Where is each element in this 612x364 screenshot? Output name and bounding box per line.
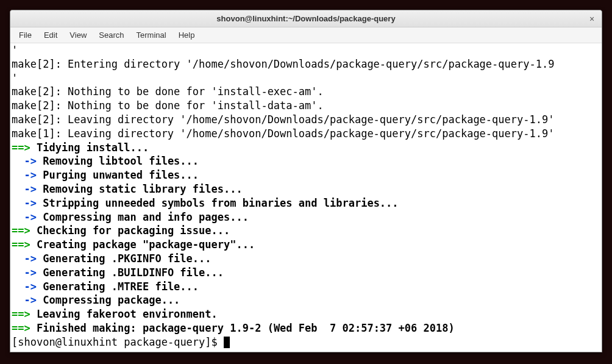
terminal-line: ': [12, 71, 600, 85]
terminal-line: -> Generating .PKGINFO file...: [12, 252, 600, 266]
terminal-msg: Compressing man and info pages...: [37, 211, 249, 223]
terminal-line: make[2]: Nothing to be done for 'install…: [12, 85, 600, 99]
arrow-small-icon: ->: [12, 183, 37, 195]
prompt-user-host: shovon@linuxhint: [18, 336, 118, 348]
prompt-cwd: package-query: [124, 336, 205, 348]
menu-search[interactable]: Search: [93, 29, 130, 41]
prompt-bracket: [: [12, 336, 18, 348]
terminal-msg: Generating .BUILDINFO file...: [37, 266, 224, 279]
terminal-line: -> Purging unwanted files...: [12, 168, 600, 182]
terminal-line: ==> Leaving fakeroot environment.: [12, 307, 600, 321]
terminal-output[interactable]: 'make[2]: Entering directory '/home/shov…: [10, 43, 602, 352]
terminal-msg: Generating .PKGINFO file...: [37, 252, 212, 265]
prompt-end: ]$: [205, 336, 224, 348]
terminal-msg: Compressing package...: [37, 294, 180, 306]
terminal-line: ==> Creating package "package-query"...: [12, 238, 600, 252]
terminal-line: -> Generating .BUILDINFO file...: [12, 266, 600, 280]
menu-view[interactable]: View: [63, 29, 93, 41]
terminal-line: make[1]: Leaving directory '/home/shovon…: [12, 127, 600, 141]
terminal-line: ': [12, 43, 600, 57]
terminal-msg: Tidying install...: [30, 141, 149, 154]
arrow-small-icon: ->: [12, 169, 37, 181]
arrow-small-icon: ->: [12, 197, 37, 209]
menu-help[interactable]: Help: [173, 29, 201, 41]
terminal-line: ==> Checking for packaging issue...: [12, 224, 600, 238]
terminal-line: -> Stripping unneeded symbols from binar…: [12, 196, 600, 210]
terminal-msg: Removing static library files...: [37, 183, 243, 195]
menu-terminal[interactable]: Terminal: [130, 29, 173, 41]
terminal-line: make[2]: Entering directory '/home/shovo…: [12, 57, 600, 71]
cursor-icon: [224, 337, 230, 348]
arrow-small-icon: ->: [12, 211, 37, 223]
terminal-msg: Checking for packaging issue...: [30, 224, 230, 237]
terminal-msg: Removing libtool files...: [37, 155, 199, 167]
arrow-big-icon: ==>: [12, 238, 30, 251]
terminal-line: make[2]: Leaving directory '/home/shovon…: [12, 113, 600, 127]
prompt-line[interactable]: [shovon@linuxhint package-query]$: [12, 335, 600, 349]
terminal-msg: Finished making: package-query 1.9-2 (We…: [30, 322, 455, 334]
terminal-line: -> Compressing man and info pages...: [12, 210, 600, 224]
terminal-line: -> Compressing package...: [12, 293, 600, 307]
terminal-msg: Purging unwanted files...: [37, 169, 199, 181]
terminal-line: ==> Tidying install...: [12, 141, 600, 155]
terminal-window: shovon@linuxhint:~/Downloads/package-que…: [10, 10, 602, 352]
arrow-small-icon: ->: [12, 294, 37, 306]
terminal-msg: Generating .MTREE file...: [37, 280, 199, 293]
window-title: shovon@linuxhint:~/Downloads/package-que…: [216, 14, 395, 23]
terminal-line: ==> Finished making: package-query 1.9-2…: [12, 321, 600, 335]
arrow-big-icon: ==>: [12, 308, 30, 320]
titlebar[interactable]: shovon@linuxhint:~/Downloads/package-que…: [10, 10, 602, 27]
terminal-line: make[2]: Nothing to be done for 'install…: [12, 99, 600, 113]
terminal-line: -> Removing static library files...: [12, 182, 600, 196]
menu-file[interactable]: File: [13, 29, 38, 41]
menu-edit[interactable]: Edit: [38, 29, 63, 41]
arrow-big-icon: ==>: [12, 224, 30, 237]
arrow-small-icon: ->: [12, 155, 37, 167]
close-icon[interactable]: ×: [586, 13, 598, 25]
terminal-line: -> Generating .MTREE file...: [12, 280, 600, 294]
menubar: File Edit View Search Terminal Help: [10, 27, 602, 43]
arrow-small-icon: ->: [12, 252, 37, 265]
terminal-msg: Stripping unneeded symbols from binaries…: [37, 197, 399, 209]
arrow-small-icon: ->: [12, 280, 37, 293]
arrow-big-icon: ==>: [12, 322, 30, 334]
terminal-msg: Leaving fakeroot environment.: [30, 308, 218, 320]
terminal-msg: Creating package "package-query"...: [30, 238, 255, 251]
terminal-line: -> Removing libtool files...: [12, 154, 600, 168]
arrow-small-icon: ->: [12, 266, 37, 279]
arrow-big-icon: ==>: [12, 141, 30, 154]
